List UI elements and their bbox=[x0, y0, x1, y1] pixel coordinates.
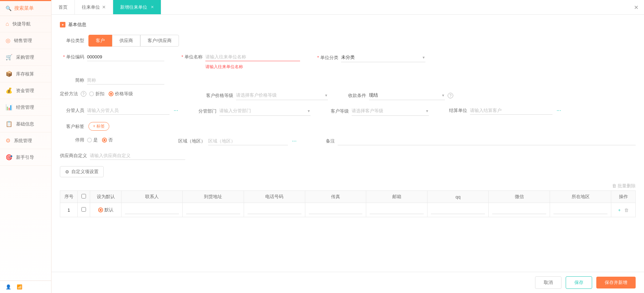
save-button[interactable]: 保存 bbox=[566, 276, 592, 289]
address-input[interactable] bbox=[186, 206, 240, 214]
disable-yes-radio[interactable] bbox=[87, 138, 92, 143]
th-contact: 联系人 bbox=[121, 191, 183, 203]
row-contact[interactable] bbox=[121, 203, 183, 217]
manager-more-btn[interactable]: ··· bbox=[174, 107, 178, 114]
wechat-input[interactable] bbox=[492, 206, 546, 214]
qq-input[interactable] bbox=[431, 206, 485, 214]
row-region-input[interactable] bbox=[553, 206, 607, 214]
batch-delete-icon: 🗑 bbox=[612, 183, 616, 188]
close-all-tabs[interactable]: ✕ bbox=[634, 4, 638, 10]
customer-level-select[interactable]: 请选择客户等级 ▼ bbox=[352, 106, 429, 116]
sidebar-item-operations[interactable]: 📊 经营管理 bbox=[0, 99, 51, 116]
add-tag-btn[interactable]: + 标签 bbox=[88, 122, 109, 131]
select-all-checkbox[interactable] bbox=[81, 194, 86, 198]
row-checkbox[interactable] bbox=[81, 207, 86, 212]
fax-input[interactable] bbox=[309, 206, 363, 214]
dept-select[interactable]: 请输入分管部门 ▼ bbox=[219, 106, 311, 116]
discount-radio[interactable] bbox=[89, 91, 94, 96]
contact-input[interactable] bbox=[125, 206, 179, 214]
tag-row: 客户标签 + 标签 bbox=[60, 122, 636, 131]
sidebar-item-sales[interactable]: ◎ 销售管理 bbox=[0, 32, 51, 49]
save-new-button[interactable]: 保存并新增 bbox=[596, 277, 636, 288]
price-level-radio[interactable] bbox=[109, 91, 113, 96]
operations-icon: 📊 bbox=[6, 104, 13, 111]
pricing-price-level[interactable]: 价格等级 bbox=[109, 91, 133, 97]
row-region[interactable] bbox=[550, 203, 611, 217]
cancel-button[interactable]: 取消 bbox=[535, 276, 561, 289]
row-default-radio-label[interactable]: 默认 bbox=[94, 207, 118, 213]
row-qq[interactable] bbox=[427, 203, 489, 217]
row-phone[interactable] bbox=[244, 203, 305, 217]
row-add-btn[interactable]: + bbox=[618, 207, 621, 213]
table-row: 1 默认 bbox=[60, 203, 636, 217]
tab-partner-close[interactable]: ✕ bbox=[102, 5, 106, 10]
remark-label: 备注 bbox=[311, 138, 335, 144]
sidebar-item-label: 采购管理 bbox=[16, 54, 34, 60]
batch-delete-label: 批量删除 bbox=[618, 183, 636, 188]
sidebar-item-label: 资金管理 bbox=[16, 88, 34, 94]
tab-new-partner[interactable]: 新增往来单位 ✕ bbox=[113, 0, 161, 14]
search-menu[interactable]: 🔍 搜索菜单 bbox=[0, 1, 51, 16]
sidebar-item-finance[interactable]: 💰 资金管理 bbox=[0, 82, 51, 99]
disable-yes[interactable]: 是 bbox=[87, 137, 98, 143]
sidebar-bottom-icon2[interactable]: 📶 bbox=[17, 284, 22, 290]
th-phone: 电话号码 bbox=[244, 191, 305, 203]
payment-help-icon[interactable]: ? bbox=[448, 93, 453, 98]
th-no: 序号 bbox=[60, 191, 78, 203]
settlement-more-btn[interactable]: ··· bbox=[557, 107, 561, 114]
unit-category-select[interactable]: 未分类 ▼ bbox=[341, 53, 425, 62]
settlement-input[interactable] bbox=[470, 106, 552, 115]
customer-price-select[interactable]: 请选择客户价格等级 ▼ bbox=[236, 91, 328, 100]
customer-price-label: 客户价格等级 bbox=[206, 92, 233, 99]
abbr-row: 简称 bbox=[60, 76, 636, 84]
row-email[interactable] bbox=[366, 203, 427, 217]
row-del-btn[interactable]: 🗑 bbox=[624, 207, 629, 213]
sidebar-bottom-icon1[interactable]: 👤 bbox=[6, 284, 11, 290]
sidebar-item-quick-nav[interactable]: ⌂ 快捷导航 bbox=[0, 16, 51, 32]
supplier-custom-input[interactable] bbox=[90, 152, 185, 160]
phone-input[interactable] bbox=[248, 206, 301, 214]
tab-home[interactable]: 首页 bbox=[52, 0, 75, 14]
sidebar-item-inventory[interactable]: 📦 库存核算 bbox=[0, 66, 51, 82]
abbr-input[interactable] bbox=[87, 76, 164, 84]
pricing-discount[interactable]: 折扣 bbox=[89, 91, 104, 97]
payment-label: 收款条件 bbox=[342, 92, 366, 99]
th-wechat: 微信 bbox=[489, 191, 550, 203]
batch-delete-btn[interactable]: 🗑 批量删除 bbox=[60, 183, 636, 189]
sidebar-item-label: 库存核算 bbox=[16, 71, 34, 77]
type-btn-both[interactable]: 客户/供应商 bbox=[140, 35, 179, 47]
unit-name-input[interactable] bbox=[205, 53, 300, 61]
region-more-btn[interactable]: ··· bbox=[292, 138, 297, 144]
email-input[interactable] bbox=[370, 206, 424, 214]
sales-icon: ◎ bbox=[6, 37, 10, 44]
tab-new-partner-close[interactable]: ✕ bbox=[151, 5, 154, 9]
custom-settings-row: ⚙ 自定义项设置 bbox=[60, 166, 636, 183]
disable-no[interactable]: 否 bbox=[102, 137, 113, 143]
remark-input[interactable] bbox=[338, 137, 636, 145]
row-wechat[interactable] bbox=[489, 203, 550, 217]
custom-settings-btn[interactable]: ⚙ 自定义项设置 bbox=[60, 166, 104, 177]
pricing-label: 定价方法 ? bbox=[60, 91, 86, 97]
type-btn-customer[interactable]: 客户 bbox=[88, 35, 112, 47]
level-arrow-icon: ▼ bbox=[425, 109, 429, 113]
row-address[interactable] bbox=[182, 203, 244, 217]
unit-code-input[interactable] bbox=[87, 53, 164, 61]
sidebar-item-purchase[interactable]: 🛒 采购管理 bbox=[0, 49, 51, 66]
quick-nav-icon: ⌂ bbox=[6, 21, 9, 27]
disable-no-radio[interactable] bbox=[102, 138, 107, 143]
row-fax[interactable] bbox=[305, 203, 366, 217]
tab-partner[interactable]: 往来单位 ✕ bbox=[75, 0, 113, 14]
sidebar-item-system[interactable]: ⚙ 系统管理 bbox=[0, 132, 51, 149]
manager-input[interactable] bbox=[87, 106, 170, 115]
pricing-help-icon[interactable]: ? bbox=[81, 91, 86, 97]
payment-select[interactable]: 现结 ▼ bbox=[369, 91, 445, 100]
row-default-cell: 默认 bbox=[90, 203, 121, 217]
row-default-text: 默认 bbox=[104, 207, 113, 213]
sidebar-item-guide[interactable]: 🎯 新手引导 bbox=[0, 149, 51, 166]
region-input[interactable] bbox=[208, 137, 288, 145]
type-btn-supplier[interactable]: 供应商 bbox=[112, 35, 140, 47]
region-label: 区域（地区） bbox=[178, 138, 205, 144]
row-default-radio[interactable] bbox=[98, 207, 103, 212]
sidebar-item-base[interactable]: 📋 基础信息 bbox=[0, 116, 51, 132]
settlement-label: 结算单位 bbox=[443, 107, 467, 114]
